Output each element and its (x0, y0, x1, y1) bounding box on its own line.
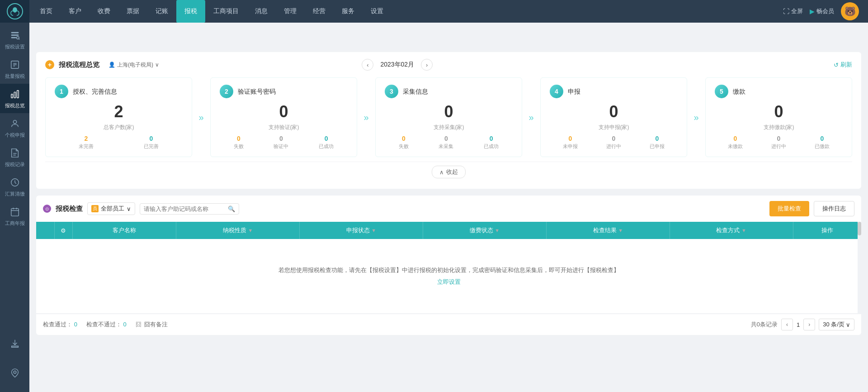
next-month-btn[interactable]: › (421, 59, 433, 71)
fullscreen-label: 全屏 (791, 7, 803, 15)
sidebar-item-location[interactable] (0, 358, 29, 387)
overview-title: 报税流程总览 (59, 61, 99, 69)
flow-card-1: 1 授权、完善信息 2 总客户数(家) 2 未完善 0 已完善 (45, 77, 192, 157)
sidebar-item-settlement[interactable]: 汇算清缴 (0, 172, 29, 201)
operation-log-btn[interactable]: 操作日志 (814, 201, 854, 216)
nav-tax[interactable]: 报税 (176, 0, 205, 23)
flow-stat-2-1: 0 验证中 (274, 135, 288, 150)
nav-settings[interactable]: 设置 (363, 0, 392, 23)
filter-icon-result[interactable]: ▼ (618, 228, 623, 233)
refresh-icon: ↺ (834, 62, 839, 68)
nav-operation[interactable]: 经营 (305, 0, 334, 23)
flow-stat-3-1: 0 未采集 (439, 135, 453, 150)
nav-client[interactable]: 客户 (61, 0, 90, 23)
sidebar-item-download[interactable] (0, 329, 29, 358)
search-input[interactable] (144, 206, 228, 212)
table-header-row: ⚙ 客户名称 纳税性质 ▼ 申报状态 ▼ 缴费状态 (36, 222, 861, 239)
flow-stats-2: 0 失败 0 验证中 0 已成功 (220, 135, 348, 150)
svg-point-12 (13, 120, 16, 124)
sidebar-bottom (0, 329, 29, 387)
flow-stat-count-5-2: 0 (821, 135, 824, 142)
sidebar-item-annual-report[interactable]: 工商年报 (0, 201, 29, 231)
next-page-btn[interactable]: › (803, 319, 815, 330)
settings-icon[interactable]: ⚙ (61, 227, 66, 234)
flow-count-1: 2 (55, 102, 183, 121)
overview-header: + 报税流程总览 👤 上海(电子税局) ∨ ‹ 2023年02月 › ↺ 刷新 (45, 59, 852, 71)
fullscreen-btn[interactable]: ⛶ 全屏 (783, 7, 803, 15)
flow-stat-1-1: 0 已完善 (144, 135, 159, 150)
page-num: 1 (797, 321, 800, 328)
flow-stat-label-3-2: 已成功 (484, 143, 499, 150)
empty-state: 若您想使用报税检查功能，请先在【报税设置】中进行报税的初始化设置，完成密码验证和… (42, 244, 856, 309)
collapse-btn[interactable]: ∧ 收起 (432, 166, 466, 178)
tax-records-icon (9, 147, 21, 159)
flow-stat-2-0: 0 失败 (234, 135, 244, 150)
sidebar-item-tax-overview[interactable]: 报税总览 (0, 84, 29, 113)
flow-stat-label-5-0: 未缴款 (728, 143, 743, 150)
batch-check-btn[interactable]: 批量检查 (769, 201, 809, 216)
flow-stat-count-4-2: 0 (656, 135, 659, 142)
search-icon[interactable]: 🔍 (228, 206, 235, 212)
nav-service[interactable]: 服务 (334, 0, 363, 23)
sidebar-item-personal-declare[interactable]: 个税申报 (0, 113, 29, 143)
per-page-value: 30 条/页 (823, 320, 844, 329)
nav-manage[interactable]: 管理 (276, 0, 305, 23)
per-page-select[interactable]: 30 条/页 ∨ (819, 319, 854, 330)
sidebar-item-tax-records[interactable]: 报税记录 (0, 143, 29, 172)
flow-stats-5: 0 未缴款 0 进行中 0 已缴款 (715, 135, 843, 150)
personal-declare-icon (9, 117, 21, 130)
sidebar-label-batch-tax: 批量报税 (5, 73, 25, 80)
flow-sublabel-4: 支持申报(家) (550, 124, 678, 131)
pass-count[interactable]: 0 (74, 321, 77, 328)
nav-bizproject[interactable]: 工商项目 (205, 0, 247, 23)
flow-stat-3-2: 0 已成功 (484, 135, 499, 150)
flow-stat-label-5-2: 已缴款 (815, 143, 830, 150)
logo (0, 0, 29, 23)
vip-btn[interactable]: ▶ 畅会员 (810, 7, 834, 15)
select-all-checkbox[interactable] (42, 227, 48, 234)
staff-select[interactable]: 员 全部员工 ∨ (87, 202, 135, 215)
flow-stat-count-1-1: 0 (150, 135, 153, 142)
mascot[interactable]: 🐻 (841, 2, 859, 20)
flow-count-4: 0 (550, 102, 678, 121)
refresh-label: 刷新 (840, 61, 852, 69)
th-pay-status: 缴费状态 ▼ (423, 222, 546, 239)
prev-month-btn[interactable]: ‹ (362, 59, 373, 71)
pagination: 共0条记录 ‹ 1 › 30 条/页 ∨ (751, 319, 854, 330)
filter-icon-declare[interactable]: ▼ (371, 228, 376, 233)
table-container: ⚙ 客户名称 纳税性质 ▼ 申报状态 ▼ 缴费状态 (36, 222, 861, 314)
filter-icon-tax-type[interactable]: ▼ (248, 228, 253, 233)
flow-stat-3-0: 0 失败 (399, 135, 409, 150)
flow-card-3: 3 采集信息 0 支持采集(家) 0 失败 0 未采集 0 (375, 77, 522, 157)
svg-line-4 (19, 39, 19, 39)
sidebar-item-tax-settings[interactable]: 报税设置 (0, 25, 29, 54)
flow-title-2: 验证账号密码 (238, 85, 276, 98)
flow-stat-count-4-1: 0 (612, 135, 616, 142)
filter-icon-pay[interactable]: ▼ (495, 228, 500, 233)
arrow-1: » (192, 112, 210, 123)
empty-state-cell: 若您想使用报税检查功能，请先在【报税设置】中进行报税的初始化设置，完成密码验证和… (36, 239, 861, 314)
nav-bookkeeping[interactable]: 记账 (147, 0, 176, 23)
flow-stat-count-2-0: 0 (237, 135, 241, 142)
th-check-method: 检查方式 ▼ (670, 222, 793, 239)
scrollbar-thumb[interactable] (858, 222, 861, 235)
filter-icon-method[interactable]: ▼ (741, 228, 746, 233)
location-selector[interactable]: 👤 上海(电子税局) ∨ (108, 61, 159, 69)
refresh-btn[interactable]: ↺ 刷新 (834, 61, 852, 69)
sidebar-label-settlement: 汇算清缴 (5, 191, 25, 197)
nav-message[interactable]: 消息 (247, 0, 276, 23)
month-nav: ‹ 2023年02月 › (362, 59, 433, 71)
flow-card-4: 4 申报 0 支持申报(家) 0 未申报 0 进行中 0 (540, 77, 687, 157)
search-box[interactable]: 🔍 (140, 203, 239, 215)
prev-page-btn[interactable]: ‹ (781, 319, 793, 330)
fail-count[interactable]: 0 (123, 321, 126, 328)
setup-link[interactable]: 立即设置 (437, 278, 461, 286)
nav-fee[interactable]: 收费 (90, 0, 118, 23)
nav-invoice[interactable]: 票据 (118, 0, 147, 23)
sidebar-item-batch-tax[interactable]: 批量报税 (0, 54, 29, 84)
flow-stat-label-1-0: 未完善 (79, 143, 94, 150)
th-declare-status: 申报状态 ▼ (300, 222, 423, 239)
flow-title-1: 授权、完善信息 (73, 85, 117, 98)
nav-home[interactable]: 首页 (32, 0, 61, 23)
total-records: 共0条记录 (751, 320, 778, 329)
